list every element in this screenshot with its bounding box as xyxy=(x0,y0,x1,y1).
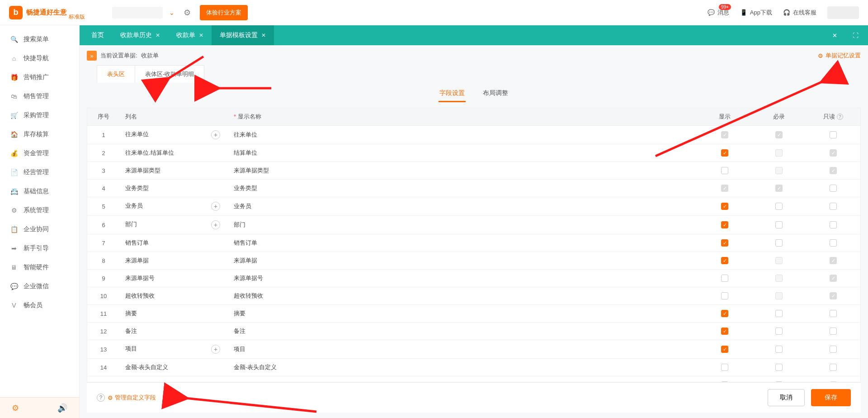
sidebar-item[interactable]: V畅会员 xyxy=(0,296,79,315)
sidebar-item[interactable]: 🔍搜索菜单 xyxy=(0,30,79,49)
checkbox[interactable] xyxy=(830,328,837,335)
help-icon[interactable]: ? xyxy=(837,114,843,120)
cell-name: 业务员+ xyxy=(120,197,228,216)
tab-header-area[interactable]: 表头区 xyxy=(97,65,135,83)
add-icon[interactable]: + xyxy=(211,345,220,354)
sidebar-item[interactable]: 💬企业微信 xyxy=(0,277,79,296)
add-icon[interactable]: + xyxy=(211,220,220,229)
memory-settings-link[interactable]: ⚙ 单据记忆设置 xyxy=(818,52,861,60)
sidebar-item[interactable]: ➡新手引导 xyxy=(0,239,79,258)
page-tab[interactable]: 收款单历史✕ xyxy=(112,25,168,45)
collapse-toggle-icon[interactable]: » xyxy=(87,51,97,61)
cell-display-name[interactable]: 提成1 xyxy=(228,376,698,383)
checkbox[interactable]: ✓ xyxy=(721,257,728,264)
checkbox[interactable] xyxy=(775,310,783,317)
tab-layout-adjust[interactable]: 布局调整 xyxy=(482,86,509,102)
trial-button[interactable]: 体验行业方案 xyxy=(200,5,248,20)
cell-readonly xyxy=(806,197,860,216)
cell-display-name[interactable]: 超收转预收 xyxy=(228,287,698,305)
close-icon[interactable]: ✕ xyxy=(156,32,160,38)
settings-icon[interactable]: ⚙ xyxy=(12,403,19,413)
close-icon[interactable]: ✕ xyxy=(261,32,266,38)
sidebar-item[interactable]: 📄经营管理 xyxy=(0,163,79,182)
messages-link[interactable]: 💬 消息 99+ xyxy=(708,9,729,17)
sidebar-item-icon: 📄 xyxy=(10,168,18,176)
cell-display-name[interactable]: 部门 xyxy=(228,216,698,234)
checkbox[interactable] xyxy=(830,239,837,247)
sidebar-item[interactable]: ⚙系统管理 xyxy=(0,201,79,220)
sub-tabs: 字段设置 布局调整 xyxy=(87,86,861,102)
add-icon[interactable]: + xyxy=(211,202,220,211)
customer-service-link[interactable]: 🎧 在线客服 xyxy=(783,9,816,17)
sidebar-item[interactable]: 📇基础信息 xyxy=(0,182,79,201)
table-row: 15提成1提成1✓ xyxy=(87,376,860,383)
checkbox[interactable] xyxy=(721,275,728,282)
sidebar-item[interactable]: ⌂快捷导航 xyxy=(0,49,79,68)
checkbox[interactable]: ✓ xyxy=(721,239,728,247)
checkbox[interactable] xyxy=(721,292,728,299)
checkbox[interactable] xyxy=(775,239,783,247)
sidebar-item[interactable]: 🎁营销推广 xyxy=(0,68,79,87)
cell-name: 来源单据号 xyxy=(120,270,228,287)
cell-display-name[interactable]: 来源单据号 xyxy=(228,270,698,287)
checkbox[interactable] xyxy=(775,346,783,353)
cell-display-name[interactable]: 来源单据 xyxy=(228,252,698,270)
cell-seq: 10 xyxy=(87,287,120,305)
cell-display-name[interactable]: 项目 xyxy=(228,340,698,359)
cell-show xyxy=(698,162,752,180)
sidebar-item[interactable]: 🖥智能硬件 xyxy=(0,258,79,277)
cell-display-name[interactable]: 业务类型 xyxy=(228,180,698,197)
gear-icon[interactable]: ⚙ xyxy=(184,8,191,18)
cancel-button[interactable]: 取消 xyxy=(768,389,805,406)
sound-icon[interactable]: 🔊 xyxy=(57,403,67,413)
manage-custom-fields-link[interactable]: ⚙ 管理自定义字段 xyxy=(108,394,156,402)
cell-display-name[interactable]: 销售订单 xyxy=(228,234,698,252)
sidebar-item[interactable]: 📋企业协同 xyxy=(0,220,79,239)
checkbox[interactable] xyxy=(830,131,837,138)
fullscreen-icon[interactable]: ⛶ xyxy=(847,27,863,43)
sidebar-item[interactable]: 🛒采购管理 xyxy=(0,106,79,125)
add-icon[interactable]: + xyxy=(211,130,220,139)
help-icon[interactable]: ? xyxy=(97,394,105,402)
user-avatar[interactable] xyxy=(827,6,859,19)
checkbox[interactable]: ✓ xyxy=(721,328,728,335)
checkbox[interactable] xyxy=(721,167,728,174)
checkbox[interactable]: ✓ xyxy=(721,310,728,317)
checkbox[interactable]: ✓ xyxy=(721,221,728,228)
cell-display-name[interactable]: 金额-表头自定义 xyxy=(228,359,698,376)
cell-show: ✓ xyxy=(698,234,752,252)
checkbox[interactable] xyxy=(775,364,783,371)
cell-display-name[interactable]: 业务员 xyxy=(228,197,698,216)
sidebar-item[interactable]: 🏠库存核算 xyxy=(0,125,79,144)
cell-display-name[interactable]: 备注 xyxy=(228,323,698,340)
sidebar-item[interactable]: 🛍销售管理 xyxy=(0,87,79,106)
checkbox[interactable]: ✓ xyxy=(721,203,728,210)
checkbox[interactable] xyxy=(830,203,837,210)
checkbox[interactable] xyxy=(830,310,837,317)
checkbox[interactable]: ✓ xyxy=(721,346,728,353)
checkbox[interactable] xyxy=(721,364,728,371)
checkbox[interactable] xyxy=(830,185,837,192)
page-tab[interactable]: 首页 xyxy=(83,25,112,45)
cell-display-name[interactable]: 往来单位 xyxy=(228,126,698,144)
tenant-select[interactable]: ⌄ xyxy=(112,7,175,19)
checkbox[interactable] xyxy=(775,328,783,335)
tab-body-area[interactable]: 表体区-收款单明细 xyxy=(135,65,204,83)
save-button[interactable]: 保存 xyxy=(811,389,851,406)
page-tab[interactable]: 单据模板设置✕ xyxy=(212,25,274,45)
cell-display-name[interactable]: 来源单据类型 xyxy=(228,162,698,180)
cell-display-name[interactable]: 结算单位 xyxy=(228,144,698,162)
app-download-link[interactable]: 📱 App下载 xyxy=(740,9,772,17)
checkbox[interactable] xyxy=(775,203,783,210)
checkbox[interactable]: ✓ xyxy=(721,149,728,157)
checkbox[interactable] xyxy=(830,221,837,228)
tab-field-settings[interactable]: 字段设置 xyxy=(439,86,466,102)
page-tab[interactable]: 收款单✕ xyxy=(168,25,212,45)
close-all-icon[interactable]: ✕ xyxy=(826,27,843,43)
sidebar-item[interactable]: 💰资金管理 xyxy=(0,144,79,163)
cell-display-name[interactable]: 摘要 xyxy=(228,305,698,323)
checkbox[interactable] xyxy=(775,221,783,228)
checkbox[interactable] xyxy=(830,364,837,371)
checkbox[interactable] xyxy=(830,346,837,353)
close-icon[interactable]: ✕ xyxy=(199,32,203,38)
